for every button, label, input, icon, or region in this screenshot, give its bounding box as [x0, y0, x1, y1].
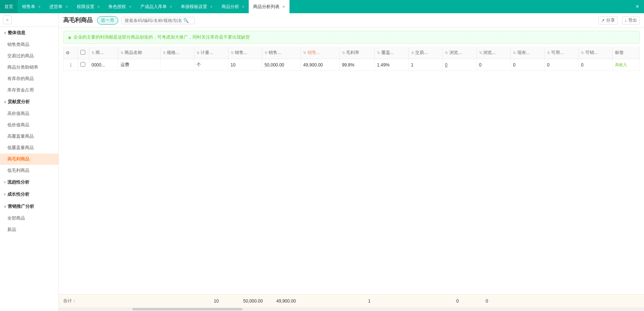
sidebar-item-stock-goods[interactable]: 有库存的商品: [0, 73, 58, 84]
nav-item-permission[interactable]: 权限设置 ×: [72, 0, 104, 13]
col-spec[interactable]: ⇅ 规格...: [160, 47, 194, 59]
sidebar-item-low-coverage[interactable]: 低覆盖量商品: [0, 142, 58, 153]
export-button[interactable]: ↓ 导出: [622, 16, 640, 25]
col-sales2[interactable]: ⇅ 销售...: [262, 47, 301, 59]
window-close-button[interactable]: ×: [631, 0, 644, 13]
row-checkbox[interactable]: [80, 62, 85, 67]
col-name[interactable]: ⇅ 商品名称: [118, 47, 160, 59]
arrow-trend: >: [4, 180, 6, 184]
nav-item-analysis-list[interactable]: 商品分析列表 ×: [249, 0, 289, 13]
col-code[interactable]: ⇅ 商...: [89, 47, 118, 59]
col-tag[interactable]: 标签: [613, 47, 640, 59]
nav-item-home[interactable]: 首页: [0, 0, 18, 13]
sidebar-item-traded-goods[interactable]: 交易过的商品: [0, 50, 58, 62]
sidebar-item-high-value[interactable]: 高价值商品: [0, 108, 58, 119]
summary-cell-empty8: [337, 299, 366, 304]
close-product-inbound-tab[interactable]: ×: [170, 4, 172, 9]
arrow-growth: >: [4, 192, 6, 196]
cell-current: 0: [511, 59, 545, 71]
col-checkbox[interactable]: [78, 47, 89, 59]
col-available[interactable]: ⇅ 可用...: [544, 47, 579, 59]
close-analysis-tab[interactable]: ×: [242, 4, 244, 9]
close-sales-tab[interactable]: ×: [38, 4, 40, 9]
browse1-link[interactable]: 0: [445, 62, 447, 68]
col-browse1[interactable]: ⇅ 浏览...: [443, 47, 477, 59]
filter-recent-month-button[interactable]: 近一月: [97, 16, 118, 25]
sidebar-group-marketing[interactable]: ∨ 营销推广分析: [0, 200, 58, 213]
analysis-table: ⚙ ⇅ 商... ⇅ 商品名称: [63, 47, 640, 71]
arrow-marketing: ∨: [4, 205, 6, 209]
main-layout: « ∨ 整体信息 销售类商品 交易过的商品 商品分类助销率 有库存的商品 库存资…: [0, 13, 644, 311]
col-coverage[interactable]: ⇅ 覆盖...: [375, 47, 409, 59]
nav-item-analysis[interactable]: 商品分析 ×: [217, 0, 249, 13]
horizontal-scrollbar[interactable]: [59, 307, 644, 311]
arrow-contribution: ∨: [4, 100, 6, 104]
sidebar-item-sales-goods[interactable]: 销售类商品: [0, 39, 58, 50]
summary-cell-empty4: [131, 299, 168, 304]
col-browse2[interactable]: ⇅ 浏览...: [476, 47, 511, 59]
close-purchase-tab[interactable]: ×: [65, 4, 68, 9]
cell-index: 1: [64, 59, 78, 71]
col-gross-rate[interactable]: ⇅ 毛利率: [339, 47, 375, 59]
sidebar-collapse-button[interactable]: «: [3, 15, 12, 24]
sidebar: « ∨ 整体信息 销售类商品 交易过的商品 商品分类助销率 有库存的商品 库存资…: [0, 13, 59, 311]
close-permission-tab[interactable]: ×: [97, 4, 100, 9]
close-role-tab[interactable]: ×: [129, 4, 131, 9]
sidebar-group-contribution[interactable]: ∨ 贡献度分析: [0, 96, 58, 108]
share-button[interactable]: ↗ 分享: [598, 16, 618, 25]
scrollbar-thumb[interactable]: [132, 308, 242, 310]
cell-code[interactable]: 0000...: [89, 59, 118, 71]
nav-item-purchase[interactable]: 进货单 ×: [45, 0, 72, 13]
cell-sales2: 50,000.00: [262, 59, 301, 71]
sidebar-group-overall[interactable]: ∨ 整体信息: [0, 27, 58, 39]
close-analysis-list-tab[interactable]: ×: [283, 4, 285, 9]
select-all-checkbox[interactable]: [80, 50, 85, 55]
page-title: 高毛利商品: [63, 17, 93, 24]
cell-checkbox[interactable]: [78, 59, 89, 71]
summary-cell-empty5: [168, 299, 190, 304]
table-wrapper: ⚙ ⇅ 商... ⇅ 商品名称: [59, 47, 644, 294]
search-input[interactable]: [125, 18, 183, 23]
nav-item-template[interactable]: 单据模板设置 ×: [176, 0, 217, 13]
cell-gross-rate: 99.8%: [339, 59, 375, 71]
close-template-tab[interactable]: ×: [210, 4, 212, 9]
col-trade[interactable]: ⇅ 交易...: [409, 47, 443, 59]
summary-cell-empty2: [94, 299, 105, 304]
sidebar-item-stock-capital[interactable]: 库存资金占用: [0, 84, 58, 96]
sidebar-item-low-value[interactable]: 低价值商品: [0, 119, 58, 131]
sidebar-item-low-margin[interactable]: 低毛利商品: [0, 165, 58, 176]
nav-item-role[interactable]: 角色授权 ×: [104, 0, 136, 13]
summary-cell-empty1: [79, 299, 94, 304]
col-settings[interactable]: ⚙: [64, 47, 78, 59]
sidebar-item-high-margin[interactable]: 高毛利商品: [0, 153, 58, 165]
nav-item-sales[interactable]: 销售单 ×: [18, 0, 45, 13]
nav-item-product-inbound[interactable]: 产成品入库单 ×: [136, 0, 176, 13]
col-sales1[interactable]: ⇅ 销售...: [228, 47, 262, 59]
top-navigation: 首页 销售单 × 进货单 × 权限设置 × 角色授权 × 产成品入库单 × 单据…: [0, 0, 644, 13]
sidebar-group-trend[interactable]: > 流趋性分析: [0, 176, 58, 188]
sidebar-item-all-goods[interactable]: 全部商品: [0, 213, 58, 224]
header-actions: ↗ 分享 ↓ 导出: [598, 16, 640, 25]
col-saleable[interactable]: ⇅ 可销...: [579, 47, 613, 59]
sidebar-item-high-coverage[interactable]: 高覆盖量商品: [0, 131, 58, 142]
search-icon[interactable]: 🔍: [183, 18, 189, 23]
cell-unit: 个: [194, 59, 229, 71]
tag-label: 高收入: [615, 62, 627, 67]
sidebar-group-growth[interactable]: > 成长性分析: [0, 188, 58, 200]
cell-spec: [160, 59, 194, 71]
content-header: 高毛利商品 近一月 🔍 ↗ 分享 ↓ 导出: [59, 13, 644, 28]
cell-browse1[interactable]: 0: [443, 59, 477, 71]
settings-icon[interactable]: ⚙: [66, 50, 70, 55]
col-sales3[interactable]: ⇅ 销售...: [301, 47, 339, 59]
col-unit[interactable]: ⇅ 计量...: [194, 47, 229, 59]
sidebar-group-contribution-label: 贡献度分析: [8, 99, 30, 105]
sidebar-item-new-goods[interactable]: 新品: [0, 224, 58, 235]
col-current[interactable]: ⇅ 现有...: [511, 47, 545, 59]
cell-sales3: 49,900.00: [301, 59, 339, 71]
sidebar-group-marketing-label: 营销推广分析: [8, 203, 34, 210]
summary-cell-trade: 1: [366, 299, 395, 304]
cell-browse2: 0: [476, 59, 511, 71]
footer-summary: 合计： 10 50,000.00 49,900.00 1 0 0: [59, 294, 644, 307]
cell-available: 0: [544, 59, 579, 71]
sidebar-item-category-rate[interactable]: 商品分类助销率: [0, 62, 58, 73]
